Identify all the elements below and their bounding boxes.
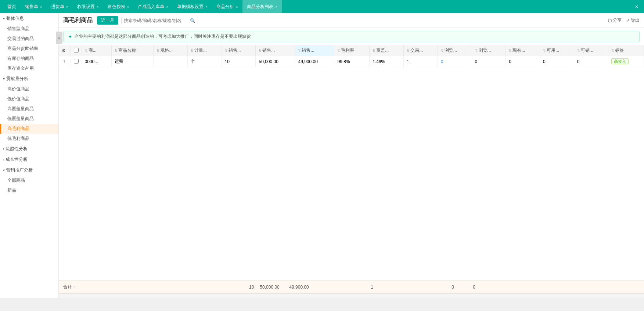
share-button[interactable]: ⬡ 分享 xyxy=(608,17,622,23)
sidebar-item-high-margin[interactable]: 高毛利商品 xyxy=(0,124,58,134)
row-spec xyxy=(154,56,188,67)
table-row: 1 0000... 运费 xyxy=(59,56,644,67)
col-coverage[interactable]: ⇅覆盖... xyxy=(370,45,404,56)
sidebar-item-new-goods[interactable]: 新品 xyxy=(0,185,58,195)
header-actions: ⬡ 分享 ↗ 导出 xyxy=(608,17,640,23)
sidebar-item-high-value[interactable]: 高价值商品 xyxy=(0,84,58,94)
sidebar-item-distribution-rate[interactable]: 商品分货助销率 xyxy=(0,44,58,54)
row-tag: 高收入 xyxy=(608,56,644,67)
row-coverage: 1.49% xyxy=(370,56,404,67)
col-unit[interactable]: ⇅计量... xyxy=(187,45,222,56)
row-trades: 1 xyxy=(404,56,438,67)
main-layout: ▾ 整体信息 销售型商品 交易过的商品 商品分货助销率 有库存的商品 库存资金占… xyxy=(0,13,644,298)
sidebar-item-low-value[interactable]: 低价值商品 xyxy=(0,94,58,104)
nav-item-analysis-list[interactable]: 商品分析列表 × xyxy=(242,0,282,13)
row-views2: 0 xyxy=(472,56,506,67)
col-name[interactable]: ⇅商品名称 xyxy=(112,45,154,56)
search-box: 🔍 xyxy=(121,17,198,24)
col-sales-amt2[interactable]: ⇅销售... xyxy=(295,45,334,56)
nav-item-role[interactable]: 角色授权 × xyxy=(103,0,134,13)
row-sales-amt1: 50,000.00 xyxy=(256,56,295,67)
time-filter-month[interactable]: 近一月 xyxy=(97,16,118,25)
top-navigation: 首页 销售单 × 进货单 × 权限设置 × 角色授权 × 产成品入库单 × 单据… xyxy=(0,0,644,13)
col-current[interactable]: ⇅现有... xyxy=(506,45,540,56)
col-code[interactable]: ⇅商... xyxy=(82,45,112,56)
col-settings[interactable]: ⚙ xyxy=(59,45,71,56)
sidebar-group-growth[interactable]: › 成长性分析 xyxy=(0,154,58,165)
sidebar-group-contribution[interactable]: ▾ 贡献量分析 xyxy=(0,73,58,84)
nav-close-sales[interactable]: × xyxy=(40,5,42,9)
col-trades[interactable]: ⇅交易... xyxy=(404,45,438,56)
nav-close-template[interactable]: × xyxy=(205,5,208,9)
search-icon[interactable]: 🔍 xyxy=(190,18,195,23)
export-icon: ↗ xyxy=(626,18,630,23)
sidebar-item-in-stock[interactable]: 有库存的商品 xyxy=(0,54,58,64)
row-gross-rate: 99.8% xyxy=(334,56,370,67)
col-views1[interactable]: ⇅浏览... xyxy=(438,45,472,56)
col-available[interactable]: ⇅可用... xyxy=(540,45,574,56)
table-header-row: ⚙ ⇅商... ⇅商品名称 ⇅规格... ⇅计量... ⇅销售... ⇅销售..… xyxy=(59,45,644,56)
nav-close-permission[interactable]: × xyxy=(97,5,99,9)
col-tag[interactable]: ⇅标签 xyxy=(608,45,644,56)
export-button[interactable]: ↗ 导出 xyxy=(626,17,640,23)
row-sales-amt2: 49,900.00 xyxy=(295,56,334,67)
sidebar-item-stock-funds[interactable]: 库存资金占用 xyxy=(0,64,58,73)
settings-icon[interactable]: ⚙ xyxy=(62,48,66,53)
sidebar-wrapper: ▾ 整体信息 销售型商品 交易过的商品 商品分货助销率 有库存的商品 库存资金占… xyxy=(0,13,59,298)
content-header: 高毛利商品 近一月 🔍 ⬡ 分享 ↗ 导出 xyxy=(59,13,644,28)
arrow-overall: ▾ xyxy=(3,17,5,21)
row-views1-link[interactable]: 0 xyxy=(441,59,443,64)
row-sales-qty: 10 xyxy=(222,56,256,67)
data-table-wrapper[interactable]: ⚙ ⇅商... ⇅商品名称 ⇅规格... ⇅计量... ⇅销售... ⇅销售..… xyxy=(59,45,644,280)
col-spec[interactable]: ⇅规格... xyxy=(154,45,188,56)
sidebar-item-traded-goods[interactable]: 交易过的商品 xyxy=(0,34,58,44)
nav-item-sales[interactable]: 销售单 × xyxy=(21,0,47,13)
nav-item-permission[interactable]: 权限设置 × xyxy=(73,0,103,13)
row-unit: 个 xyxy=(187,56,222,67)
share-icon: ⬡ xyxy=(608,18,612,23)
footer-sales-amt2: 49,900.00 xyxy=(286,285,316,290)
nav-close-stockin[interactable]: × xyxy=(166,5,168,9)
row-select-checkbox[interactable] xyxy=(74,59,79,64)
sidebar-item-low-coverage[interactable]: 低覆盖量商品 xyxy=(0,114,58,124)
sidebar-group-flow[interactable]: › 流趋性分析 xyxy=(0,144,58,154)
data-table: ⚙ ⇅商... ⇅商品名称 ⇅规格... ⇅计量... ⇅销售... ⇅销售..… xyxy=(59,45,644,67)
select-all-checkbox[interactable] xyxy=(74,48,79,53)
col-checkbox xyxy=(71,45,82,56)
footer-salable: 0 xyxy=(470,285,499,290)
col-views2[interactable]: ⇅浏览... xyxy=(472,45,506,56)
sidebar-group-marketing[interactable]: ▾ 营销推广分析 xyxy=(0,165,58,176)
page-title: 高毛利商品 xyxy=(63,17,93,24)
row-available: 0 xyxy=(540,56,574,67)
sidebar-item-high-coverage[interactable]: 高覆盖量商品 xyxy=(0,104,58,114)
footer-sales-amt1: 50,000.00 xyxy=(257,285,286,290)
search-input[interactable] xyxy=(124,18,190,23)
nav-item-home[interactable]: 首页 xyxy=(3,0,21,13)
table-footer: 合计： 10 50,000.00 49,900.00 1 0 0 xyxy=(59,280,644,293)
footer-label: 合计： xyxy=(63,284,76,290)
sidebar-item-all-goods[interactable]: 全部商品 xyxy=(0,176,58,185)
sidebar-group-overall[interactable]: ▾ 整体信息 xyxy=(0,13,58,24)
nav-close-analysis[interactable]: × xyxy=(236,5,238,9)
nav-item-analysis[interactable]: 商品分析 × xyxy=(212,0,242,13)
footer-sales-qty: 10 xyxy=(98,285,257,290)
nav-item-template[interactable]: 单据模板设置 × xyxy=(173,0,212,13)
sidebar-item-sales-goods[interactable]: 销售型商品 xyxy=(0,24,58,34)
sidebar-item-low-margin[interactable]: 低毛利商品 xyxy=(0,134,58,144)
nav-close-analysis-list[interactable]: × xyxy=(275,5,277,9)
sidebar-toggle[interactable]: « xyxy=(56,32,62,44)
col-sales-amt1[interactable]: ⇅销售... xyxy=(256,45,295,56)
col-sales-qty[interactable]: ⇅销售... xyxy=(222,45,256,56)
col-gross-rate[interactable]: ⇅毛利率 xyxy=(334,45,370,56)
footer-trades: 1 xyxy=(316,285,396,290)
arrow-marketing: ▾ xyxy=(3,168,5,172)
nav-item-stockin[interactable]: 产成品入库单 × xyxy=(133,0,173,13)
info-icon: ✦ xyxy=(68,34,72,40)
nav-item-purchase[interactable]: 进货单 × xyxy=(47,0,73,13)
col-salable[interactable]: ⇅可销... xyxy=(574,45,608,56)
nav-close-role[interactable]: × xyxy=(127,5,129,9)
horizontal-scrollbar[interactable] xyxy=(59,293,644,298)
close-all-tabs[interactable]: × xyxy=(632,4,641,10)
nav-close-purchase[interactable]: × xyxy=(66,5,68,9)
row-salable: 0 xyxy=(574,56,608,67)
